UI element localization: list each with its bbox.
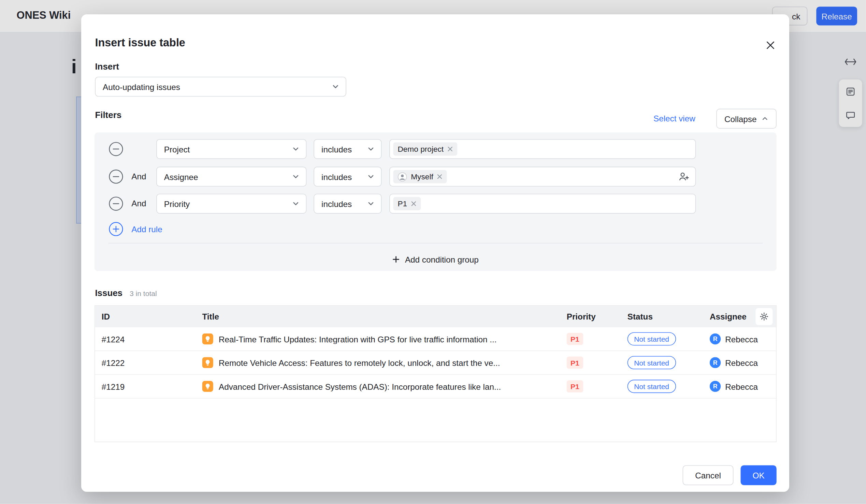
chevron-down-icon	[367, 200, 374, 207]
issues-table-header: ID Title Priority Status Assignee	[95, 306, 776, 328]
column-header-title: Title	[202, 312, 566, 322]
issues-table: ID Title Priority Status Assignee #1224 …	[95, 305, 777, 442]
issue-priority-cell: P1	[567, 333, 628, 345]
rule-conjunction: And	[131, 167, 146, 186]
issue-title: Remote Vehicle Access: Features to remot…	[219, 358, 500, 368]
filter-rule-assignee: And Assignee includes Myself	[95, 167, 777, 186]
issue-title-cell: Remote Vehicle Access: Features to remot…	[202, 357, 566, 368]
column-header-status: Status	[628, 312, 710, 322]
issues-section-header: Issues 3 in total	[95, 288, 157, 298]
status-badge: Not started	[628, 356, 676, 369]
rule-operator-select[interactable]: includes	[313, 139, 381, 159]
rule-value-input[interactable]: P1	[389, 194, 696, 214]
add-rule-label[interactable]: Add rule	[131, 225, 162, 234]
priority-badge: P1	[567, 333, 583, 345]
issue-priority-cell: P1	[567, 380, 628, 392]
chevron-down-icon	[292, 146, 299, 153]
assignee-name: Rebecca	[725, 381, 758, 391]
chevron-down-icon	[332, 83, 339, 90]
rule-operator-value: includes	[321, 172, 352, 181]
insert-mode-select[interactable]: Auto-updating issues	[95, 77, 346, 96]
panel-divider	[108, 243, 763, 243]
rule-operator-select[interactable]: includes	[313, 194, 381, 214]
chevron-down-icon	[367, 146, 374, 153]
chevron-down-icon	[292, 173, 299, 180]
issue-id: #1224	[95, 334, 202, 344]
issue-status-cell: Not started	[628, 380, 710, 393]
remove-rule-icon[interactable]	[109, 142, 123, 156]
issue-assignee-cell: R Rebecca	[710, 333, 776, 344]
plus-circle-icon[interactable]	[109, 222, 123, 236]
issue-id: #1219	[95, 381, 202, 391]
table-settings-gear-icon[interactable]	[755, 308, 773, 325]
assignee-avatar: R	[710, 333, 721, 344]
chip-label: Demo project	[398, 145, 444, 153]
rule-value-input[interactable]: Myself	[389, 167, 696, 186]
add-member-icon[interactable]	[679, 172, 689, 181]
insert-section-label: Insert	[95, 62, 119, 72]
priority-badge: P1	[567, 380, 583, 392]
collapse-button[interactable]: Collapse	[716, 109, 777, 128]
status-badge: Not started	[628, 380, 676, 393]
rule-field-value: Priority	[164, 199, 190, 209]
chip-remove-icon[interactable]	[411, 201, 416, 206]
issue-status-cell: Not started	[628, 332, 710, 345]
collapse-label: Collapse	[724, 114, 756, 124]
issue-row[interactable]: #1224 Real-Time Traffic Updates: Integra…	[95, 328, 776, 351]
rule-operator-value: includes	[321, 144, 352, 154]
rule-field-value: Assignee	[164, 172, 198, 181]
chevron-down-icon	[367, 173, 374, 180]
rule-field-value: Project	[164, 144, 190, 154]
close-icon[interactable]	[764, 38, 777, 52]
add-condition-group-label: Add condition group	[405, 255, 479, 264]
requirement-icon	[202, 381, 213, 392]
insert-mode-value: Auto-updating issues	[103, 82, 180, 91]
chip-remove-icon[interactable]	[437, 174, 443, 179]
issue-row[interactable]: #1219 Advanced Driver-Assistance Systems…	[95, 375, 776, 399]
rule-operator-value: includes	[321, 199, 352, 209]
rule-operator-select[interactable]: includes	[313, 167, 381, 186]
assignee-avatar: R	[710, 381, 721, 392]
add-condition-group-button[interactable]: Add condition group	[95, 251, 777, 268]
assignee-name: Rebecca	[725, 334, 758, 344]
chevron-up-icon	[762, 114, 768, 124]
requirement-icon	[202, 357, 213, 368]
select-view-link[interactable]: Select view	[653, 114, 696, 123]
assignee-name: Rebecca	[725, 358, 758, 368]
requirement-icon	[202, 333, 213, 344]
user-icon	[398, 172, 407, 181]
ok-button[interactable]: OK	[741, 465, 777, 485]
value-chip: Myself	[393, 170, 447, 183]
screen: ONES Wiki ck Release i Insert issue tabl…	[0, 0, 866, 504]
add-rule[interactable]: Add rule	[95, 222, 163, 236]
issue-assignee-cell: R Rebecca	[710, 381, 776, 392]
priority-badge: P1	[567, 357, 583, 369]
chevron-down-icon	[292, 200, 299, 207]
issue-title-cell: Advanced Driver-Assistance Systems (ADAS…	[202, 381, 566, 392]
rule-field-select[interactable]: Assignee	[156, 167, 307, 186]
value-chip: P1	[393, 197, 421, 210]
rule-field-select[interactable]: Priority	[156, 194, 307, 214]
remove-rule-icon[interactable]	[109, 170, 123, 184]
issue-title: Real-Time Traffic Updates: Integration w…	[219, 334, 497, 344]
rule-field-select[interactable]: Project	[156, 139, 307, 159]
filter-rules-panel: Project includes Demo project	[95, 132, 777, 271]
filter-rule-priority: And Priority includes P1	[95, 194, 777, 214]
column-header-priority: Priority	[567, 312, 628, 322]
issues-count: 3 in total	[130, 289, 157, 297]
value-chip: Demo project	[393, 142, 457, 156]
filter-rule-project: Project includes Demo project	[95, 139, 777, 159]
issue-status-cell: Not started	[628, 356, 710, 369]
rule-conjunction: And	[131, 194, 146, 214]
dialog-title: Insert issue table	[95, 36, 185, 49]
plus-icon	[392, 255, 400, 263]
issue-row[interactable]: #1222 Remote Vehicle Access: Features to…	[95, 351, 776, 375]
insert-issue-table-dialog: Insert issue table Insert Auto-updating …	[81, 14, 789, 492]
column-header-id: ID	[95, 312, 202, 322]
rule-value-input[interactable]: Demo project	[389, 139, 696, 159]
chip-label: Myself	[411, 172, 433, 181]
assignee-avatar: R	[710, 357, 721, 368]
remove-rule-icon[interactable]	[109, 196, 123, 211]
chip-remove-icon[interactable]	[447, 146, 453, 152]
cancel-button[interactable]: Cancel	[683, 465, 734, 485]
